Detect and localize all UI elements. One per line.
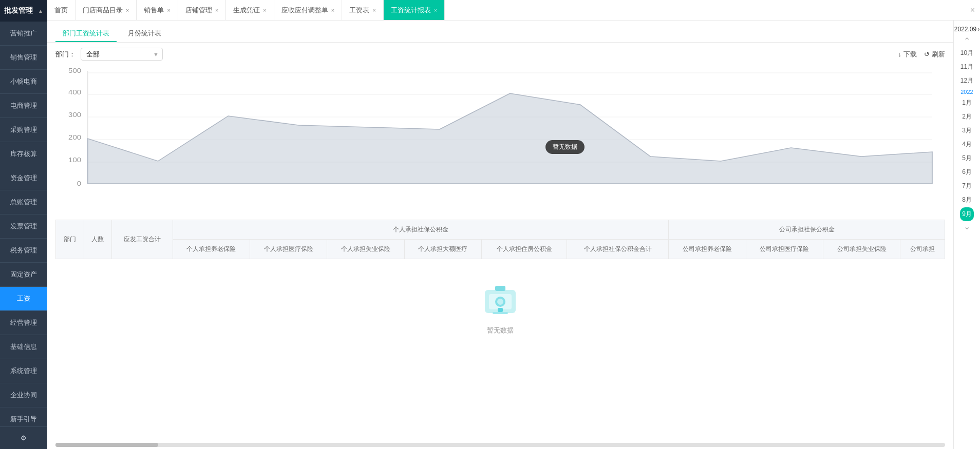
sidebar-item-系统管理[interactable]: 系统管理 [0,359,47,383]
sub-tab-月份统计表[interactable]: 月份统计表 [121,26,168,42]
tab-close-icon[interactable]: × [331,7,334,13]
sidebar-footer-settings[interactable]: ⚙ [0,426,47,449]
sidebar-item-采购管理[interactable]: 采购管理 [0,118,47,142]
sidebar-item-工资[interactable]: 工资 [0,287,47,311]
col-个人承担住房公积金: 个人承担住房公积金 [481,240,567,259]
month-nav-down-button[interactable]: ⌄ [954,222,980,232]
col-个人承担失业保险: 个人承担失业保险 [327,240,404,259]
col-company-insurance-group: 公司承担社保公积金 [669,220,945,240]
top-tab-工资表[interactable]: 工资表× [342,0,383,20]
table-scrollbar[interactable] [55,443,945,447]
col-personal-insurance-group: 个人承担社保公积金 [173,220,669,240]
month-item-3月[interactable]: 3月 [958,124,976,138]
month-item-4月[interactable]: 4月 [958,138,976,151]
col-公司承担失业保险: 公司承担失业保险 [823,240,900,259]
data-table: 部门 人数 应发工资合计 个人承担社保公积金 公司承担社保公积金 个人承担养老保… [55,220,945,259]
col-count: 人数 [84,220,112,259]
chevron-right-icon: › [977,26,979,33]
sub-tab-部门工资统计表[interactable]: 部门工资统计表 [55,26,117,42]
tab-close-icon[interactable]: × [263,7,266,13]
table-area[interactable]: 部门 人数 应发工资合计 个人承担社保公积金 公司承担社保公积金 个人承担养老保… [55,220,945,441]
month-item-6月[interactable]: 6月 [958,165,976,179]
sidebar-item-销售管理[interactable]: 销售管理 [0,46,47,70]
tab-close-icon[interactable]: × [215,7,218,13]
col-公司承担养老保险: 公司承担养老保险 [669,240,746,259]
sidebar-item-资金管理[interactable]: 资金管理 [0,166,47,190]
top-tabs-bar: 首页门店商品目录×销售单×店铺管理×生成凭证×应收应付调整单×工资表×工资统计报… [47,0,980,21]
refresh-icon: ↺ [924,50,930,58]
col-公司承担医疗保险: 公司承担医疗保险 [746,240,823,259]
month-item-10月[interactable]: 10月 [958,46,976,60]
top-tab-首页[interactable]: 首页 [47,0,76,20]
tab-close-icon[interactable]: × [126,7,129,13]
svg-rect-17 [495,286,505,291]
window-close-button[interactable]: × [970,6,975,15]
sidebar-item-发票管理[interactable]: 发票管理 [0,214,47,239]
col-公司承担: 公司承担 [900,240,945,259]
sidebar-item-固定资产[interactable]: 固定资产 [0,263,47,287]
refresh-label: 刷新 [932,50,945,59]
sidebar-item-总账管理[interactable]: 总账管理 [0,190,47,214]
sidebar-item-新手引导[interactable]: 新手引导 [0,407,47,426]
no-data-icon [480,280,521,321]
month-item-9月[interactable]: 9月 [960,207,974,221]
sidebar-menu: 营销推广销售管理小畅电商电商管理采购管理库存核算资金管理总账管理发票管理税务管理… [0,22,47,426]
sub-tabs: 部门工资统计表月份统计表 [47,21,953,43]
svg-text:400: 400 [68,89,82,95]
month-list: 10月11月12月20221月2月3月4月5月6月7月8月9月 [958,46,976,222]
tab-close-icon[interactable]: × [434,7,437,13]
right-sidebar: 2022.09 › ⌃ 10月11月12月20221月2月3月4月5月6月7月8… [953,21,980,449]
chart-svg: 0 100 200 300 400 500 [55,66,945,199]
svg-point-16 [497,299,503,305]
col-个人承担养老保险: 个人承担养老保险 [173,240,250,259]
top-tab-生成凭证[interactable]: 生成凭证× [226,0,274,20]
content-area: 部门工资统计表月份统计表 部门： 全部 ▼ ↓ 下载 [47,21,980,449]
sidebar-item-小畅电商[interactable]: 小畅电商 [0,70,47,94]
right-sidebar-date: 2022.09 [954,26,976,33]
month-item-1月[interactable]: 1月 [958,96,976,110]
col-wage-total: 应发工资合计 [112,220,173,259]
col-个人承担医疗保险: 个人承担医疗保险 [250,240,327,259]
svg-rect-18 [498,308,503,312]
top-tab-工资统计报表[interactable]: 工资统计报表× [384,0,445,20]
chart-no-data-tooltip: 暂无数据 [545,140,585,154]
year-label: 2022 [958,88,976,96]
top-tab-店铺管理[interactable]: 店铺管理× [178,0,226,20]
table-scrollbar-thumb[interactable] [55,443,158,447]
sidebar-item-经营管理[interactable]: 经营管理 [0,311,47,335]
sidebar-header[interactable]: 批发管理 ▲ [0,0,47,22]
month-item-5月[interactable]: 5月 [958,151,976,165]
top-tab-应收应付调整单[interactable]: 应收应付调整单× [274,0,342,20]
dept-select[interactable]: 全部 [81,48,163,61]
sidebar-item-营销推广[interactable]: 营销推广 [0,22,47,46]
month-item-2月[interactable]: 2月 [958,110,976,124]
toolbar-row: 部门： 全部 ▼ ↓ 下载 ↺ 刷新 [47,43,953,66]
col-个人承担社保公积金合计: 个人承担社保公积金合计 [567,240,669,259]
month-item-11月[interactable]: 11月 [958,60,976,74]
sidebar-item-库存核算[interactable]: 库存核算 [0,142,47,166]
sidebar-item-电商管理[interactable]: 电商管理 [0,94,47,118]
download-label: 下载 [903,50,917,59]
tab-close-icon[interactable]: × [372,7,375,13]
sidebar-item-税务管理[interactable]: 税务管理 [0,239,47,263]
sidebar-item-企业协同[interactable]: 企业协同 [0,383,47,407]
download-button[interactable]: ↓ 下载 [898,50,917,59]
dept-select-wrapper: 全部 ▼ [81,48,163,61]
chart-area: 0 100 200 300 400 500 [47,66,953,220]
month-nav-up-button[interactable]: ⌃ [954,36,980,46]
month-item-7月[interactable]: 7月 [958,179,976,193]
month-item-12月[interactable]: 12月 [958,74,976,88]
month-item-8月[interactable]: 8月 [958,193,976,207]
sidebar-arrow-icon: ▲ [38,8,43,14]
top-tab-销售单[interactable]: 销售单× [137,0,178,20]
svg-text:0: 0 [77,180,82,187]
main-content: 部门工资统计表月份统计表 部门： 全部 ▼ ↓ 下载 [47,21,953,449]
dept-filter: 部门： 全部 ▼ [55,48,163,61]
chart-area-fill [88,93,932,184]
sidebar-item-基础信息[interactable]: 基础信息 [0,335,47,359]
right-sidebar-header[interactable]: 2022.09 › [952,23,980,36]
sidebar-title: 批发管理 [4,6,33,15]
refresh-button[interactable]: ↺ 刷新 [924,50,945,59]
tab-close-icon[interactable]: × [167,7,170,13]
top-tab-门店商品目录[interactable]: 门店商品目录× [76,0,137,20]
